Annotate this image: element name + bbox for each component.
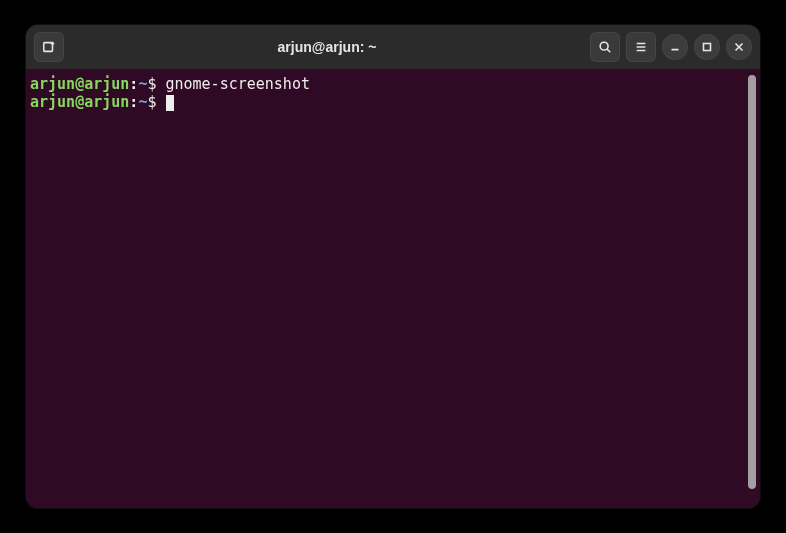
prompt-user-host: arjun@arjun xyxy=(30,93,129,111)
minimize-icon xyxy=(668,40,682,54)
scrollbar-thumb[interactable] xyxy=(748,75,756,489)
new-tab-icon xyxy=(42,40,56,54)
svg-point-3 xyxy=(600,42,608,50)
prompt-dollar: $ xyxy=(147,93,156,111)
titlebar-right xyxy=(590,32,752,62)
terminal-window: arjun@arjun: ~ xyxy=(26,25,760,508)
command-text: gnome-screenshot xyxy=(165,75,310,93)
prompt-dollar: $ xyxy=(147,75,156,93)
search-icon xyxy=(598,40,612,54)
search-button[interactable] xyxy=(590,32,620,62)
close-icon xyxy=(732,40,746,54)
cursor xyxy=(166,95,174,111)
titlebar-left xyxy=(34,32,64,62)
prompt-user-host: arjun@arjun xyxy=(30,75,129,93)
svg-rect-9 xyxy=(704,44,711,51)
close-button[interactable] xyxy=(726,34,752,60)
menu-button[interactable] xyxy=(626,32,656,62)
svg-line-4 xyxy=(607,49,610,52)
minimize-button[interactable] xyxy=(662,34,688,60)
scrollbar[interactable] xyxy=(748,75,756,506)
new-tab-button[interactable] xyxy=(34,32,64,62)
window-title: arjun@arjun: ~ xyxy=(70,39,584,55)
maximize-icon xyxy=(700,40,714,54)
titlebar: arjun@arjun: ~ xyxy=(26,25,760,69)
hamburger-icon xyxy=(634,40,648,54)
terminal-body[interactable]: arjun@arjun:~$ gnome-screenshot arjun@ar… xyxy=(26,69,760,508)
terminal-content[interactable]: arjun@arjun:~$ gnome-screenshot arjun@ar… xyxy=(30,75,746,506)
maximize-button[interactable] xyxy=(694,34,720,60)
